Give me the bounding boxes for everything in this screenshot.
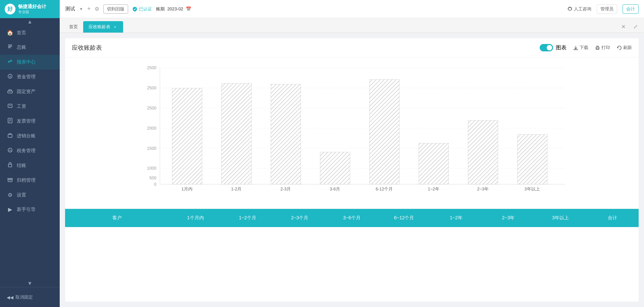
svg-rect-22 bbox=[571, 9, 572, 10]
sidebar: 好 畅捷通好会计 专业版 ▲ 🏠 首页 总账 报表中心 ¥ bbox=[0, 0, 60, 307]
tab-accounts-aging[interactable]: 应收账龄表 × bbox=[83, 21, 123, 33]
svg-text:3年以上: 3年以上 bbox=[525, 187, 540, 191]
chart-toggle-group: 图表 bbox=[540, 44, 567, 51]
download-button[interactable]: 下载 bbox=[573, 45, 588, 51]
svg-text:1~2年: 1~2年 bbox=[428, 187, 439, 191]
expand-panel-button[interactable]: ⤢ bbox=[631, 22, 640, 31]
th-total: 合计 bbox=[587, 211, 639, 225]
home-icon: 🏠 bbox=[7, 30, 13, 36]
bar-6-12月 bbox=[370, 80, 399, 184]
tab-home[interactable]: 首页 bbox=[64, 21, 83, 33]
certified-badge: 已认证 bbox=[132, 6, 152, 12]
sidebar-item-label: 税务管理 bbox=[17, 148, 36, 154]
sidebar-item-guide[interactable]: ▶ 新手引导 bbox=[0, 202, 60, 217]
sidebar-item-label: 结账 bbox=[17, 163, 26, 169]
th-y3plus: 3年以上 bbox=[534, 211, 586, 225]
calendar-icon[interactable]: 📅 bbox=[186, 6, 191, 11]
bar-3-6月 bbox=[320, 152, 350, 184]
svg-rect-26 bbox=[597, 48, 598, 49]
page-header: 应收账龄表 图表 下载 打印 bbox=[65, 38, 639, 57]
svg-text:¥: ¥ bbox=[9, 75, 11, 78]
content-inner: 应收账龄表 图表 下载 打印 bbox=[65, 38, 639, 302]
payroll-icon bbox=[7, 103, 13, 110]
cancel-fixed-button[interactable]: ◀◀ 取消固定 bbox=[0, 291, 60, 304]
bar-3年以上 bbox=[518, 134, 547, 184]
svg-text:2500: 2500 bbox=[147, 106, 156, 111]
th-m23: 2~3个月 bbox=[274, 211, 326, 225]
sidebar-item-ledger[interactable]: 总账 bbox=[0, 40, 60, 55]
inventory-icon bbox=[7, 133, 13, 139]
print-icon bbox=[595, 45, 600, 50]
assets-icon bbox=[7, 88, 13, 95]
tab-close-button[interactable]: × bbox=[112, 24, 118, 30]
svg-text:2-3月: 2-3月 bbox=[280, 187, 291, 191]
topbar: 测试 ▼ + ⚙ 切到旧版 已认证 账期 2023-02 📅 人工咨询 管理员 … bbox=[60, 0, 644, 18]
tab-label: 应收账龄表 bbox=[89, 24, 110, 30]
svg-text:2500: 2500 bbox=[147, 65, 156, 70]
svg-text:1000: 1000 bbox=[147, 166, 156, 171]
consult-button[interactable]: 人工咨询 bbox=[567, 6, 591, 12]
sidebar-item-archive[interactable]: 归档管理 bbox=[0, 173, 60, 188]
svg-rect-5 bbox=[8, 91, 12, 93]
sidebar-item-settings[interactable]: ⚙ 设置 bbox=[0, 188, 60, 202]
sidebar-item-payroll[interactable]: 工资 bbox=[0, 99, 60, 114]
svg-text:6-12个月: 6-12个月 bbox=[376, 187, 393, 191]
accountant-button[interactable]: 会计 bbox=[623, 4, 639, 14]
page-actions: 图表 下载 打印 刷新 bbox=[540, 44, 632, 51]
sidebar-item-label: 固定资产 bbox=[17, 89, 36, 95]
bar-1月内 bbox=[172, 88, 202, 184]
close-panel-button[interactable]: ✕ bbox=[619, 22, 628, 31]
sidebar-item-label: 工资 bbox=[17, 103, 26, 109]
shield-icon bbox=[132, 6, 138, 12]
switch-version-button[interactable]: 切到旧版 bbox=[103, 4, 128, 14]
manager-button[interactable]: 管理员 bbox=[597, 4, 617, 14]
sidebar-item-funds[interactable]: ¥ 资金管理 bbox=[0, 70, 60, 84]
table-header: 客户 1个月内 1~2个月 2~3个月 3~6个月 6~12个月 1~2年 2~… bbox=[65, 209, 639, 227]
settings-icon: ⚙ bbox=[7, 192, 13, 198]
invoice-icon bbox=[7, 118, 13, 125]
sidebar-item-reports[interactable]: 报表中心 bbox=[0, 55, 60, 70]
app-logo-icon: 好 bbox=[5, 4, 15, 14]
svg-text:2~3年: 2~3年 bbox=[477, 187, 488, 191]
sidebar-logo: 好 畅捷通好会计 专业版 bbox=[0, 0, 60, 18]
close-accounts-icon bbox=[7, 162, 13, 169]
chart-toggle[interactable] bbox=[540, 44, 553, 51]
add-workspace-button[interactable]: + bbox=[87, 5, 91, 12]
sidebar-item-assets[interactable]: 固定资产 bbox=[0, 84, 60, 99]
sidebar-item-label: 总账 bbox=[17, 44, 26, 50]
sidebar-item-invoice[interactable]: 发票管理 bbox=[0, 114, 60, 129]
sidebar-item-close[interactable]: 结账 bbox=[0, 158, 60, 173]
refresh-button[interactable]: 刷新 bbox=[617, 45, 632, 51]
svg-rect-7 bbox=[8, 104, 12, 107]
bar-2-3年 bbox=[468, 120, 498, 184]
th-customer: 客户 bbox=[65, 211, 169, 225]
settings-button[interactable]: ⚙ bbox=[95, 6, 99, 12]
sidebar-item-home[interactable]: 🏠 首页 bbox=[0, 26, 60, 40]
svg-text:3-6月: 3-6月 bbox=[330, 187, 340, 191]
refresh-icon bbox=[617, 45, 622, 50]
svg-text:1500: 1500 bbox=[147, 146, 156, 151]
sidebar-nav: 🏠 首页 总账 报表中心 ¥ 资金管理 固定资产 bbox=[0, 26, 60, 280]
svg-rect-1 bbox=[8, 46, 12, 47]
sidebar-bottom: ◀◀ 取消固定 bbox=[0, 287, 60, 307]
sidebar-scroll-down[interactable]: ▼ bbox=[0, 280, 60, 287]
sidebar-item-label: 资金管理 bbox=[17, 74, 36, 80]
bar-chart: 2500 2500 2500 2000 1500 1000 500 0 bbox=[72, 61, 632, 202]
bar-1-2月 bbox=[222, 83, 252, 184]
sidebar-item-tax[interactable]: % 税务管理 bbox=[0, 143, 60, 158]
sidebar-item-inventory[interactable]: 进销台账 bbox=[0, 129, 60, 143]
svg-text:%: % bbox=[9, 149, 11, 152]
sidebar-scroll-up[interactable]: ▲ bbox=[0, 18, 60, 26]
download-icon bbox=[573, 45, 578, 50]
ledger-icon bbox=[7, 44, 13, 51]
svg-text:1-2月: 1-2月 bbox=[231, 187, 241, 191]
sidebar-item-label: 首页 bbox=[17, 30, 26, 36]
topbar-right: 人工咨询 管理员 会计 bbox=[567, 4, 639, 14]
workspace-dropdown-icon[interactable]: ▼ bbox=[79, 7, 83, 11]
sidebar-item-label: 发票管理 bbox=[17, 118, 36, 124]
svg-rect-6 bbox=[9, 90, 11, 91]
cancel-fixed-icon: ◀◀ bbox=[7, 295, 13, 300]
sidebar-item-label: 进销台账 bbox=[17, 133, 36, 139]
th-y12: 1~2年 bbox=[430, 211, 482, 225]
print-button[interactable]: 打印 bbox=[595, 45, 610, 51]
